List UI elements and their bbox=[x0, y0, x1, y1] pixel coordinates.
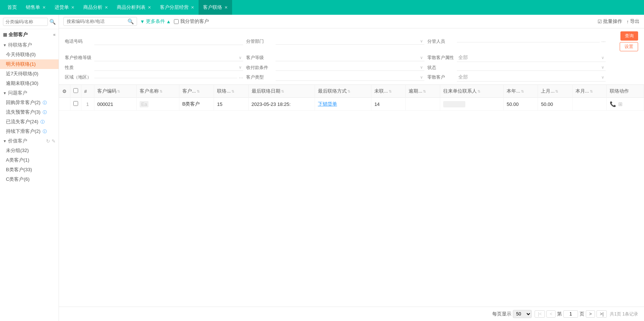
my-customers-checkbox-wrap[interactable]: 我分管的客户 bbox=[174, 18, 209, 25]
chevron-down-icon: ∨ bbox=[420, 65, 423, 70]
nature-select[interactable]: ∨ bbox=[94, 64, 243, 71]
sidebar-search-input[interactable] bbox=[3, 18, 48, 26]
sort-icon: ⇅ bbox=[231, 89, 234, 93]
nav-sales[interactable]: 销售单 ✕ bbox=[21, 0, 50, 15]
export-button[interactable]: ↑ 导出 bbox=[627, 18, 640, 25]
th-this-month: 本月...⇅ bbox=[572, 85, 606, 98]
sort-icon: ⇅ bbox=[389, 89, 392, 93]
more-dots-icon[interactable]: ··· bbox=[601, 38, 606, 44]
row-checkbox[interactable] bbox=[73, 101, 78, 106]
problem-group-label[interactable]: ▼ 问题客户 bbox=[0, 88, 59, 98]
sidebar-item-continuous-decline[interactable]: 持续下滑客户(2) ⓘ bbox=[0, 127, 59, 136]
th-gear: ⚙ bbox=[59, 85, 70, 98]
manager-select[interactable] bbox=[457, 41, 600, 42]
region-select[interactable] bbox=[94, 76, 237, 78]
nav-purchase[interactable]: 进货单 ✕ bbox=[50, 0, 79, 15]
table-header-row: ⚙ # 客户编码⇅ 客户名称⇅ 客户...⇅ bbox=[59, 85, 644, 98]
select-all-checkbox[interactable] bbox=[73, 88, 78, 93]
sidebar-item-week7[interactable]: 近7天待联络(0) bbox=[0, 69, 59, 79]
th-code: 客户编码⇅ bbox=[94, 85, 136, 98]
sidebar-item-lost[interactable]: 已流失客户(24) ⓘ bbox=[0, 117, 59, 127]
retail-attr-select[interactable]: 全部 ∨ bbox=[457, 54, 606, 62]
filter-row-3: 性质 ∨ 收付款条件 ∨ 状态 ∨ bbox=[65, 64, 638, 71]
my-customers-checkbox[interactable] bbox=[174, 19, 179, 24]
page-number-input[interactable] bbox=[563, 310, 578, 318]
sidebar-item-class-b[interactable]: B类客户(33) bbox=[0, 165, 59, 175]
query-button[interactable]: 查询 bbox=[620, 31, 638, 41]
close-customer-contact-tab[interactable]: ✕ bbox=[224, 5, 228, 10]
per-page-dropdown[interactable]: 50 100 200 bbox=[513, 310, 532, 318]
sidebar-item-overdue[interactable]: 逾期未联络(30) bbox=[0, 79, 59, 88]
batch-op-button[interactable]: ☑ 批量操作 bbox=[598, 18, 622, 25]
sidebar-item-repurchase-abnormal[interactable]: 回购异常客户(2) ⓘ bbox=[0, 98, 59, 107]
td-no-contact: 14 bbox=[371, 98, 406, 111]
td-this-year: 50.00 bbox=[504, 98, 538, 111]
nav-home[interactable]: 首页 bbox=[3, 0, 21, 15]
price-level-select[interactable]: ∨ bbox=[94, 55, 243, 61]
td-num: 1 bbox=[81, 98, 94, 111]
td-contact-count: 15 bbox=[214, 98, 248, 111]
search-input[interactable] bbox=[67, 19, 127, 24]
search-icon[interactable]: 🔍 bbox=[127, 18, 134, 24]
th-customer-type: 客户...⇅ bbox=[179, 85, 214, 98]
main-area: 🔍 ▦ 全部客户 « ▼ 待联络客户 今天待联络(0) 明天待联络(1) 近7天… bbox=[0, 15, 644, 321]
customer-type-select[interactable]: ∨ bbox=[276, 74, 424, 81]
sort-icon: ⇅ bbox=[590, 89, 593, 93]
collapse-icon[interactable]: « bbox=[53, 32, 56, 37]
dept-select[interactable]: ∨ bbox=[276, 38, 424, 45]
more-filters-button[interactable]: ▼ 更多条件 ▲ bbox=[140, 18, 171, 25]
prev-page-button[interactable]: < bbox=[546, 310, 556, 318]
last-page-button[interactable]: >| bbox=[596, 310, 607, 318]
nav-goods-analysis[interactable]: 商品分析 ✕ bbox=[79, 0, 112, 15]
info-icon-3: ⓘ bbox=[43, 129, 47, 134]
close-sales-tab[interactable]: ✕ bbox=[42, 5, 46, 10]
th-contact-count: 联络...⇅ bbox=[214, 85, 248, 98]
first-page-button[interactable]: |< bbox=[535, 310, 545, 318]
close-customer-segment-tab[interactable]: ✕ bbox=[191, 5, 194, 10]
action-qr-icon[interactable]: ⊞ bbox=[618, 101, 623, 107]
info-icon-1: ⓘ bbox=[43, 110, 47, 114]
action-phone-icon[interactable]: 📞 bbox=[610, 101, 616, 107]
td-last-contact-date: 2023-05-23 18:25: bbox=[248, 98, 315, 111]
status-select[interactable]: ∨ bbox=[457, 64, 606, 71]
gear-icon[interactable]: ⚙ bbox=[62, 89, 67, 94]
nav-customer-segment[interactable]: 客户分层经营 ✕ bbox=[155, 0, 199, 15]
last-contact-method-link[interactable]: 下销货单 bbox=[318, 101, 337, 107]
close-goods-analysis-list-tab[interactable]: ✕ bbox=[148, 5, 151, 10]
triangle-icon: ▼ bbox=[3, 43, 7, 47]
sidebar-item-class-c[interactable]: C类客户(6) bbox=[0, 175, 59, 184]
more-dots-icon2[interactable]: ··· bbox=[239, 75, 243, 80]
grid-icon: ▦ bbox=[3, 32, 7, 37]
sidebar-item-class-a[interactable]: A类客户(1) bbox=[0, 155, 59, 165]
close-purchase-tab[interactable]: ✕ bbox=[71, 5, 74, 10]
th-name: 客户名称⇅ bbox=[137, 85, 179, 98]
sidebar-item-today[interactable]: 今天待联络(0) bbox=[0, 50, 59, 59]
filter-retail-customer: 零散客户 全部 ∨ bbox=[427, 73, 606, 82]
set-button[interactable]: 设置 bbox=[620, 42, 638, 51]
triangle-icon: ▼ bbox=[3, 139, 7, 143]
sidebar-item-lost-potential[interactable]: 流失预警客户(3) ⓘ bbox=[0, 107, 59, 117]
payment-select[interactable]: ∨ bbox=[276, 64, 424, 71]
refresh-icon[interactable]: ↻ bbox=[46, 138, 50, 144]
sidebar-item-tomorrow[interactable]: 明天待联络(1) bbox=[0, 59, 59, 69]
chevron-down-icon: ∨ bbox=[239, 65, 242, 70]
filter-price-level: 客户价格等级 ∨ bbox=[65, 55, 243, 61]
info-icon-0: ⓘ bbox=[43, 100, 47, 105]
customer-level-select[interactable]: ∨ bbox=[276, 55, 424, 61]
th-no-contact: 未联...⇅ bbox=[371, 85, 406, 98]
sidebar-search-icon[interactable]: 🔍 bbox=[49, 19, 56, 25]
nav-goods-analysis-list[interactable]: 商品分析列表 ✕ bbox=[112, 0, 155, 15]
next-page-button[interactable]: > bbox=[586, 310, 595, 318]
chevron-down-icon: ∨ bbox=[420, 55, 423, 60]
sidebar-search-area: 🔍 bbox=[0, 15, 59, 29]
all-customers-header[interactable]: ▦ 全部客户 « bbox=[0, 29, 59, 40]
td-this-month bbox=[572, 98, 606, 111]
value-group-label[interactable]: ▼ 价值客户 ↻ ✎ bbox=[0, 136, 59, 146]
pending-group-label[interactable]: ▼ 待联络客户 bbox=[0, 40, 59, 50]
edit-icon[interactable]: ✎ bbox=[52, 138, 56, 144]
retail-customer-select[interactable]: 全部 ∨ bbox=[457, 73, 606, 82]
close-goods-analysis-tab[interactable]: ✕ bbox=[105, 5, 108, 10]
nav-customer-contact[interactable]: 客户联络 ✕ bbox=[199, 0, 232, 15]
phone-input[interactable] bbox=[94, 38, 243, 45]
sidebar-item-unclassified[interactable]: 未分组(32) bbox=[0, 146, 59, 155]
